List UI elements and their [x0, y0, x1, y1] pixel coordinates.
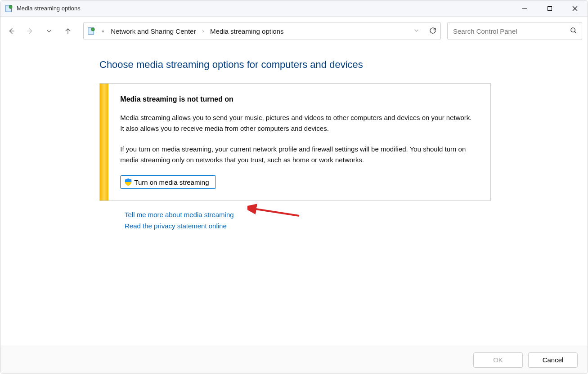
annotation-arrow-icon — [247, 203, 301, 221]
content-area: Choose media streaming options for compu… — [0, 45, 588, 346]
breadcrumb-prefix-icon: « — [102, 28, 104, 34]
svg-rect-3 — [548, 6, 552, 10]
address-dropdown-icon[interactable] — [413, 27, 420, 36]
svg-point-8 — [571, 28, 575, 32]
warning-stripe — [100, 84, 108, 200]
nav-recent-dropdown[interactable] — [40, 22, 58, 40]
ok-button: OK — [473, 352, 523, 368]
chevron-right-icon: › — [202, 28, 204, 34]
navigation-bar: « Network and Sharing Center › Media str… — [0, 17, 588, 45]
location-icon — [87, 27, 95, 35]
titlebar: Media streaming options — [0, 0, 588, 17]
window-title: Media streaming options — [17, 5, 81, 12]
info-title: Media streaming is not turned on — [120, 95, 477, 103]
info-paragraph: If you turn on media streaming, your cur… — [120, 144, 477, 165]
breadcrumb-item[interactable]: Network and Sharing Center — [111, 27, 196, 35]
button-label: Turn on media streaming — [134, 178, 209, 186]
nav-back-button[interactable] — [2, 22, 20, 40]
refresh-icon[interactable] — [429, 27, 437, 36]
search-box[interactable] — [447, 22, 582, 40]
cancel-button[interactable]: Cancel — [528, 352, 578, 368]
app-icon — [5, 4, 13, 13]
svg-point-7 — [91, 28, 94, 31]
address-bar[interactable]: « Network and Sharing Center › Media str… — [83, 22, 441, 40]
svg-line-10 — [253, 209, 299, 216]
svg-point-1 — [9, 5, 12, 8]
minimize-button[interactable] — [512, 0, 537, 16]
breadcrumb-item[interactable]: Media streaming options — [210, 27, 283, 35]
maximize-button[interactable] — [537, 0, 562, 16]
nav-up-button[interactable] — [59, 22, 77, 40]
nav-forward-button[interactable] — [21, 22, 39, 40]
svg-line-9 — [575, 31, 576, 33]
turn-on-media-streaming-button[interactable]: Turn on media streaming — [120, 175, 215, 189]
dialog-footer: OK Cancel — [0, 346, 588, 374]
search-icon[interactable] — [570, 27, 577, 36]
close-button[interactable] — [562, 0, 588, 16]
info-paragraph: Media streaming allows you to send your … — [120, 112, 477, 134]
info-panel: Media streaming is not turned on Media s… — [99, 83, 491, 201]
privacy-statement-link[interactable]: Read the privacy statement online — [125, 222, 588, 230]
search-input[interactable] — [453, 27, 576, 35]
page-title: Choose media streaming options for compu… — [99, 59, 588, 71]
uac-shield-icon — [124, 178, 132, 186]
tell-me-more-link[interactable]: Tell me more about media streaming — [125, 211, 588, 218]
